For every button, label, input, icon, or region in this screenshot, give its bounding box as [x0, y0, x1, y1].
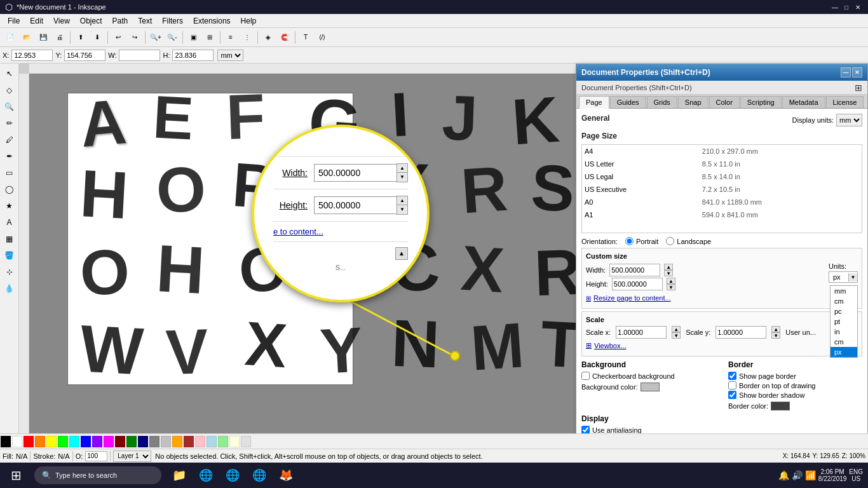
- color-lightblue[interactable]: [207, 436, 217, 447]
- color-yellow[interactable]: [46, 436, 57, 447]
- mag-width-down[interactable]: ▼: [397, 173, 407, 182]
- size-row-usexec[interactable]: US Executive 7.2 x 10.5 in: [582, 183, 862, 196]
- text-tool[interactable]: A: [2, 215, 17, 230]
- color-pink[interactable]: [195, 436, 205, 447]
- width-up[interactable]: ▲: [664, 264, 673, 270]
- save-btn[interactable]: 💾: [36, 30, 51, 45]
- menu-extensions[interactable]: Extensions: [188, 15, 236, 27]
- text-tool-btn[interactable]: T: [298, 30, 313, 45]
- height-input[interactable]: [612, 278, 663, 290]
- scale-y-spinner[interactable]: ▲ ▼: [771, 326, 780, 339]
- landscape-radio-input[interactable]: [666, 237, 674, 245]
- size-row-uslegal[interactable]: US Legal 8.5 x 14.0 in: [582, 170, 862, 183]
- color-white[interactable]: [12, 436, 22, 447]
- height-down[interactable]: ▼: [667, 284, 675, 290]
- scale-x-down[interactable]: ▼: [672, 332, 681, 339]
- caligraphy-tool[interactable]: ✒: [2, 149, 17, 164]
- tab-snap[interactable]: Snap: [678, 96, 709, 108]
- dist-btn[interactable]: ⋮: [240, 30, 255, 45]
- dialog-close-btn[interactable]: ✕: [852, 67, 862, 78]
- tab-page[interactable]: Page: [579, 96, 609, 109]
- color-lightgray[interactable]: [241, 436, 251, 447]
- maximize-button[interactable]: □: [841, 3, 851, 11]
- size-row-a0[interactable]: A0 841.0 x 1189.0 mm: [582, 196, 862, 208]
- taskbar-ie[interactable]: 🌐: [247, 463, 272, 488]
- taskbar-edge[interactable]: 🌐: [220, 463, 245, 488]
- taskbar-chrome[interactable]: 🌐: [193, 463, 219, 488]
- x-input[interactable]: [11, 50, 53, 61]
- color-darkred[interactable]: [115, 436, 125, 447]
- unit-in[interactable]: in: [831, 327, 857, 337]
- opacity-input[interactable]: [85, 451, 107, 461]
- menu-file[interactable]: File: [3, 15, 25, 27]
- show-border-shadow-checkbox[interactable]: [728, 391, 736, 399]
- menu-path[interactable]: Path: [107, 15, 133, 27]
- tab-scripting[interactable]: Scripting: [740, 96, 782, 108]
- close-button[interactable]: ✕: [853, 3, 863, 11]
- mag-height-down[interactable]: ▼: [397, 205, 407, 214]
- zoom-in-btn[interactable]: 🔍+: [148, 30, 163, 45]
- scale-x-input[interactable]: [616, 326, 667, 339]
- group-btn[interactable]: ▣: [186, 30, 201, 45]
- mag-height-spin[interactable]: ▲ ▼: [397, 196, 408, 215]
- dialog-title-buttons[interactable]: — ✕: [841, 67, 862, 78]
- circle-tool[interactable]: ◯: [2, 182, 17, 197]
- taskbar-explorer[interactable]: 📁: [166, 463, 192, 488]
- scale-y-down[interactable]: ▼: [771, 332, 780, 339]
- w-input[interactable]: [119, 50, 160, 61]
- start-button[interactable]: ⊞: [0, 463, 32, 488]
- unit-cm2[interactable]: cm: [831, 337, 857, 347]
- size-row-a1[interactable]: A1 594.0 x 841.0 mm: [582, 208, 862, 221]
- tray-icon-3[interactable]: 📶: [805, 470, 816, 480]
- tab-license[interactable]: License: [826, 96, 864, 108]
- gradient-tool[interactable]: ▦: [2, 231, 17, 247]
- border-color-swatch[interactable]: [771, 402, 790, 410]
- open-btn[interactable]: 📂: [19, 30, 34, 45]
- color-orange2[interactable]: [172, 436, 182, 447]
- y-input[interactable]: [64, 50, 105, 61]
- star-tool[interactable]: ★: [2, 198, 17, 214]
- spray-tool[interactable]: ⊹: [2, 264, 17, 280]
- menu-object[interactable]: Object: [75, 15, 107, 27]
- portrait-radio[interactable]: Portrait: [625, 237, 658, 245]
- size-row-usletter[interactable]: US Letter 8.5 x 11.0 in: [582, 158, 862, 170]
- size-row-a4[interactable]: A4 210.0 x 297.0 mm: [582, 145, 862, 158]
- color-lightyellow[interactable]: [229, 436, 240, 447]
- width-input[interactable]: [609, 264, 660, 276]
- show-page-border-checkbox[interactable]: [728, 372, 736, 380]
- mag-resize-link[interactable]: e to content...: [273, 227, 323, 236]
- units-dropdown-btn[interactable]: ▼: [848, 273, 857, 281]
- layer-select[interactable]: Layer 1: [113, 451, 151, 462]
- unit-cm[interactable]: cm: [831, 296, 857, 306]
- unit-pc[interactable]: pc: [831, 306, 857, 316]
- scale-y-input[interactable]: [715, 326, 766, 339]
- menu-view[interactable]: View: [48, 15, 75, 27]
- redo-btn[interactable]: ↪: [127, 30, 142, 45]
- import-btn[interactable]: ⬆: [73, 30, 88, 45]
- tab-grids[interactable]: Grids: [647, 96, 677, 108]
- scale-y-up[interactable]: ▲: [771, 326, 780, 332]
- display-units-select[interactable]: mm px in: [836, 114, 862, 126]
- checkerboard-checkbox[interactable]: [581, 372, 590, 380]
- unit-pt[interactable]: pt: [831, 316, 857, 327]
- ungroup-btn[interactable]: ⊞: [202, 30, 217, 45]
- scale-x-spinner[interactable]: ▲ ▼: [672, 326, 681, 339]
- xml-btn[interactable]: ⟨/⟩: [315, 30, 330, 45]
- units-selector[interactable]: px ▼: [829, 271, 858, 283]
- dialog-min-btn[interactable]: —: [841, 67, 851, 78]
- dropper-tool[interactable]: 💧: [2, 281, 17, 296]
- color-magenta[interactable]: [104, 436, 114, 447]
- color-blue[interactable]: [81, 436, 91, 447]
- unit-mm[interactable]: mm: [831, 286, 857, 296]
- border-on-top-checkbox[interactable]: [728, 381, 736, 390]
- tab-metadata[interactable]: Metadata: [782, 96, 825, 108]
- page-size-list[interactable]: A4 210.0 x 297.0 mm US Letter 8.5 x 11.0…: [581, 144, 862, 233]
- color-violet[interactable]: [92, 436, 102, 447]
- pen-tool[interactable]: 🖊: [2, 132, 17, 147]
- mag-width-up[interactable]: ▲: [397, 164, 407, 173]
- mag-scroll-btn[interactable]: ▲: [395, 247, 408, 260]
- color-darkblue[interactable]: [138, 436, 148, 447]
- window-controls[interactable]: — □ ✕: [830, 3, 863, 11]
- new-btn[interactable]: 📄: [3, 30, 18, 45]
- align-btn[interactable]: ≡: [223, 30, 238, 45]
